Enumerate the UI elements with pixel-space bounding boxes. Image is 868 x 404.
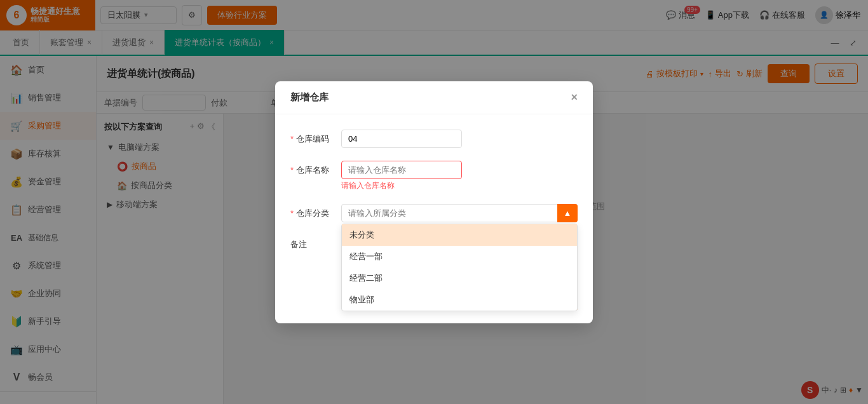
category-field-row: 仓库分类 ▲ 未分类 经营一部 经营二部 物业部 <box>290 204 578 222</box>
modal-overlay: 新增仓库 × 仓库编码 仓库名称 请输入仓库名称 仓库分类 <box>0 0 868 404</box>
code-field-row: 仓库编码 <box>290 130 578 148</box>
category-toggle-button[interactable]: ▲ <box>557 204 578 222</box>
category-option-0[interactable]: 未分类 <box>342 224 577 246</box>
name-input[interactable] <box>341 161 462 179</box>
name-label: 仓库名称 <box>290 161 341 176</box>
add-warehouse-modal: 新增仓库 × 仓库编码 仓库名称 请输入仓库名称 仓库分类 <box>275 81 593 323</box>
code-label: 仓库编码 <box>290 130 341 145</box>
modal-body: 仓库编码 仓库名称 请输入仓库名称 仓库分类 ▲ <box>275 114 593 281</box>
category-option-1[interactable]: 经营一部 <box>342 246 577 267</box>
category-dropdown: 未分类 经营一部 经营二部 物业部 <box>341 224 578 311</box>
name-input-wrap: 请输入仓库名称 <box>341 161 578 191</box>
category-input[interactable] <box>341 204 578 222</box>
modal-close-button[interactable]: × <box>571 91 578 103</box>
category-option-2[interactable]: 经营二部 <box>342 267 577 289</box>
modal-title: 新增仓库 <box>290 91 329 104</box>
name-field-row: 仓库名称 请输入仓库名称 <box>290 161 578 191</box>
category-option-3[interactable]: 物业部 <box>342 289 577 311</box>
category-label: 仓库分类 <box>290 204 341 219</box>
modal-header: 新增仓库 × <box>275 81 593 114</box>
code-input-wrap <box>341 130 578 148</box>
chevron-up-icon: ▲ <box>564 208 572 218</box>
name-error-message: 请输入仓库名称 <box>341 180 578 191</box>
note-label: 备注 <box>290 235 341 250</box>
category-input-wrap: ▲ 未分类 经营一部 经营二部 物业部 <box>341 204 578 222</box>
code-input[interactable] <box>341 130 462 148</box>
